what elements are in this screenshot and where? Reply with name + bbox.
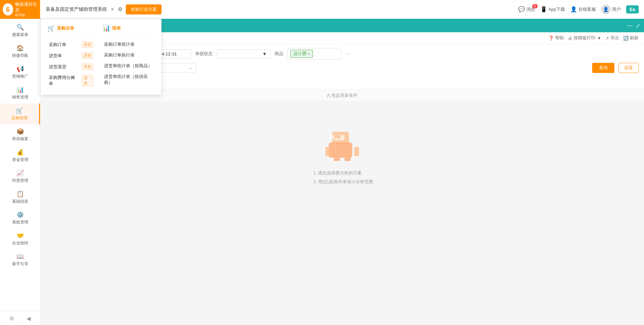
app-icon: 📱: [540, 6, 547, 12]
dropdown-item-inbound[interactable]: 进货单 历史: [47, 50, 95, 61]
sidebar-item-sales[interactable]: 📊 销售管理: [0, 83, 40, 104]
sidebar-item-system[interactable]: ⚙️ 系统管理: [0, 208, 40, 229]
sidebar-item-finance[interactable]: 💰 资金管理: [0, 145, 40, 166]
purchase-col-icon: 🛒: [47, 25, 55, 32]
sidebar-item-search[interactable]: 🔍 搜索菜单: [0, 20, 40, 41]
operations-icon: 📈: [16, 169, 24, 177]
cooperation-icon: 🤝: [16, 232, 24, 239]
user-badge: Ea: [626, 5, 639, 13]
purchase-dropdown-menu: 🛒 采购业务 采购订单 历史 进货单 历史 进货退货 历史 采购费用分摊单 历史: [40, 19, 162, 95]
avatar: 👤: [601, 5, 611, 14]
app-download-action[interactable]: 📱 App下载: [540, 6, 565, 12]
purchase-order-badge: 历史: [82, 41, 93, 48]
system-title: 装备及固定资产辅助管理系统: [46, 6, 107, 12]
purchase-col: 🛒 采购业务 采购订单 历史 进货单 历史 进货退货 历史 采购费用分摊单 历史: [47, 25, 95, 89]
topbar: 装备及固定资产辅助管理系统 ▼ ⚙ 体验行业方案 💬 消息 5 📱 App下载 …: [40, 0, 644, 19]
message-icon: 💬: [518, 6, 525, 12]
sidebar-item-purchase[interactable]: 🛒 采购管理: [0, 104, 40, 124]
svg-rect-6: [354, 147, 359, 156]
sidebar-item-quicknav[interactable]: 🏠 快捷导航: [0, 41, 40, 62]
online-service-action[interactable]: 👤 在线客服: [570, 6, 596, 12]
purchase-icon: 🛒: [16, 107, 23, 114]
tab-minimize-icon[interactable]: —: [627, 23, 632, 29]
svg-rect-4: [334, 138, 344, 140]
sidebar-item-inventory[interactable]: 📦 库存核算: [0, 124, 40, 145]
topbar-dropdown-arrow[interactable]: ▼: [110, 7, 114, 12]
sidebar-item-basicinfo[interactable]: 📋 基础信息: [0, 187, 40, 208]
search-menu-icon: 🔍: [16, 24, 24, 31]
user-action[interactable]: 👤 用户: [601, 5, 621, 14]
print-dropdown-icon[interactable]: ▼: [597, 36, 601, 41]
sidebar-logo: 6 畅捷通好生意 标准版: [0, 0, 40, 19]
sidebar-item-cooperation[interactable]: 🤝 企业协同: [0, 229, 40, 249]
svg-rect-8: [345, 158, 351, 161]
print-action[interactable]: 🖨 按模板打印 ▼: [568, 35, 601, 41]
sidebar-item-operations[interactable]: 📈 经营管理: [0, 166, 40, 187]
goods-more-btn[interactable]: ···: [345, 51, 350, 57]
industry-btn[interactable]: 体验行业方案: [126, 4, 162, 14]
sidebar-footer: ⚙ ◀: [0, 312, 40, 325]
home-icon: 🏠: [16, 44, 24, 52]
goods-tag: 设计费 ×: [290, 50, 313, 58]
settings-btn[interactable]: 设置: [618, 63, 639, 73]
tabbar-actions: — ⤢: [627, 23, 644, 29]
inventory-icon: 📦: [16, 128, 24, 135]
query-btn[interactable]: 查询: [592, 63, 614, 73]
empty-state: 请先选择要分析的方案 用[过滤]条件来缩小分析范围: [40, 101, 644, 213]
doc-status-label: 单据状态: [195, 51, 213, 57]
salesperson-dropdown-icon: ···: [189, 66, 192, 71]
sidebar: 6 畅捷通好生意 标准版 🔍 搜索菜单 🏠 快捷导航 📢 营销推广 📊 销售管理…: [0, 0, 40, 325]
message-badge: 5: [532, 4, 538, 8]
dropdown-item-report-1[interactable]: 采购订单统计表: [103, 39, 154, 50]
service-icon: 👤: [570, 6, 577, 12]
dropdown-item-return[interactable]: 进货退货 历史: [47, 61, 95, 72]
dropdown-item-report-3[interactable]: 进货单统计表（按商品）: [103, 60, 154, 71]
help-icon: ❓: [548, 36, 554, 41]
report-col: 📊 报表 采购订单统计表 采购订单执行表 进货单统计表（按商品） 进货单统计表（…: [103, 25, 154, 89]
topbar-actions: 💬 消息 5 📱 App下载 👤 在线客服 👤 用户 Ea: [518, 5, 639, 14]
sidebar-menu: 🔍 搜索菜单 🏠 快捷导航 📢 营销推广 📊 销售管理 🛒 采购管理 📦 库存核…: [0, 19, 40, 312]
purchase-col-header: 🛒 采购业务: [47, 25, 95, 35]
dropdown-item-purchase-order[interactable]: 采购订单 历史: [47, 39, 95, 50]
tab-maximize-icon[interactable]: ⤢: [636, 23, 640, 29]
goods-filter: 设计费 ×: [287, 48, 341, 59]
sales-icon: 📊: [16, 86, 24, 93]
svg-rect-2: [330, 135, 334, 139]
logo-text: 畅捷通好生意 标准版: [15, 2, 37, 17]
sidebar-collapse-btn[interactable]: ◀: [27, 315, 31, 322]
sidebar-settings-btn[interactable]: ⚙: [9, 315, 14, 322]
dropdown-item-report-2[interactable]: 采购订单执行表: [103, 50, 154, 60]
goods-tag-close[interactable]: ×: [308, 51, 310, 56]
help-action[interactable]: ❓ 帮助: [548, 35, 564, 41]
empty-illustration: [322, 128, 362, 162]
topbar-gear-icon[interactable]: ⚙: [118, 6, 122, 12]
goods-label: 商品: [275, 51, 283, 57]
expense-badge: 历史: [82, 75, 93, 86]
return-badge: 历史: [82, 64, 93, 70]
doc-status-select[interactable]: ▼: [217, 49, 271, 58]
marketing-icon: 📢: [16, 65, 24, 73]
print-icon: 🖨: [568, 36, 572, 41]
sidebar-item-marketing[interactable]: 📢 营销推广: [0, 62, 40, 83]
basicinfo-icon: 📋: [16, 190, 24, 198]
report-col-header: 📊 报表: [103, 25, 154, 35]
refresh-action[interactable]: 🔄 刷新: [623, 35, 639, 41]
empty-hints: 请先选择要分析的方案 用[过滤]条件来缩小分析范围: [311, 169, 373, 186]
svg-rect-5: [325, 147, 330, 156]
logo-icon: 6: [3, 3, 13, 15]
sidebar-item-guide[interactable]: 📖 新手引导: [0, 249, 40, 270]
export-action[interactable]: ↗ 导出: [605, 35, 619, 41]
dropdown-item-expense[interactable]: 采购费用分摊单 历史: [47, 72, 95, 89]
message-action[interactable]: 💬 消息 5: [518, 6, 535, 12]
svg-rect-1: [329, 143, 352, 158]
doc-status-dropdown-icon: ▼: [262, 51, 267, 56]
inbound-badge: 历史: [82, 52, 93, 59]
export-icon: ↗: [605, 36, 609, 41]
collapse-icon: ⋀: [327, 93, 330, 98]
system-icon: ⚙️: [16, 211, 24, 218]
svg-rect-7: [334, 158, 340, 161]
refresh-icon: 🔄: [623, 36, 629, 41]
dropdown-item-report-4[interactable]: 进货单统计表（按供应商）: [103, 71, 154, 88]
finance-icon: 💰: [16, 149, 24, 156]
guide-icon: 📖: [16, 253, 24, 260]
